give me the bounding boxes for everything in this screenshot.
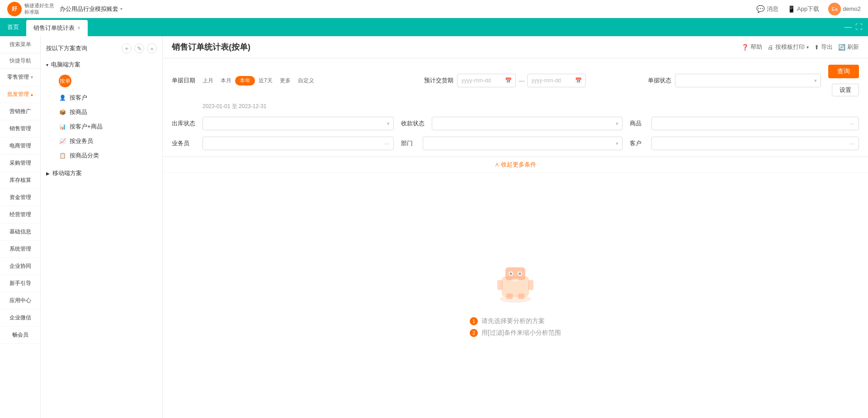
chevron-down-icon: ▾: [387, 121, 390, 127]
salesperson-input[interactable]: ···: [203, 137, 394, 150]
this-year-btn[interactable]: 本年: [235, 76, 255, 86]
empty-illustration: [488, 254, 542, 308]
sidebar-item-sales[interactable]: 销售管理: [0, 120, 40, 138]
chevron-down-icon: ▾: [814, 78, 817, 84]
top-bar: 好 畅捷通好生意 标准版 办公用品行业模拟账套 ▾ 💬 消息 📱 App下载 E…: [0, 0, 868, 18]
left-panel-actions: + ✎ «: [122, 43, 157, 53]
tab-home[interactable]: 首页: [0, 18, 26, 36]
sidebar-item-enterprise[interactable]: 企业协同: [0, 258, 40, 275]
chevron-up-icon: ▴: [31, 92, 33, 97]
collapse-bar[interactable]: ∧ 收起更多条件: [163, 157, 868, 172]
custom-date-btn[interactable]: 自定义: [294, 76, 318, 86]
right-panel: 销售订单统计表(按单) ❓ 帮助 🖨 按模板打印 ▾ ⬆ 导出: [163, 36, 868, 418]
logo-icon: 好: [7, 2, 22, 16]
svg-rect-9: [528, 280, 533, 290]
chevron-down-icon: ▾: [120, 6, 123, 11]
scheme-item-by-goods-category[interactable]: 📋 按商品分类: [46, 148, 157, 163]
sidebar-search[interactable]: 搜索菜单: [0, 36, 40, 53]
edit-scheme-button[interactable]: ✎: [134, 43, 144, 53]
print-chevron-icon: ▾: [807, 45, 809, 50]
sidebar-shortcut[interactable]: 快捷导航: [0, 53, 40, 69]
mobile-section-toggle[interactable]: ▶ 移动端方案: [46, 166, 157, 180]
content-area: 按以下方案查询 + ✎ « ▾ 电脑端方案 按单 👤: [41, 36, 868, 418]
tab-sales-order-stats[interactable]: 销售订单统计表 ×: [26, 20, 88, 36]
chevron-right-icon: ▶: [46, 171, 50, 176]
page-header: 销售订单统计表(按单) ❓ 帮助 🖨 按模板打印 ▾ ⬆ 导出: [163, 36, 868, 58]
more-date-btn[interactable]: 更多: [276, 76, 294, 86]
filter-row-2: 出库状态 ▾ 收款状态 ▾ 商品: [172, 117, 859, 130]
scheme-item-by-goods[interactable]: 📦 按商品: [46, 105, 157, 119]
collapse-panel-button[interactable]: «: [147, 43, 157, 53]
refresh-button[interactable]: 🔄 刷新: [838, 43, 859, 51]
logo: 好 畅捷通好生意 标准版: [7, 2, 54, 16]
page-title: 销售订单统计表(按单): [172, 42, 250, 52]
sidebar-item-basic-info[interactable]: 基础信息: [0, 223, 40, 241]
customer-input[interactable]: ···: [651, 137, 859, 150]
sidebar-item-purchase[interactable]: 采购管理: [0, 155, 40, 172]
filter-area: 单据日期 上月 本月 本年 近7天 更多 自定义 预计交货期 yyyy-mm-d…: [163, 58, 868, 157]
scheme-item-by-salesperson[interactable]: 📈 按业务员: [46, 134, 157, 148]
maximize-icon[interactable]: ⛶: [855, 23, 863, 31]
app-download-icon: 📱: [788, 5, 795, 13]
goods-input[interactable]: ···: [651, 117, 859, 130]
svg-rect-11: [518, 294, 524, 299]
sidebar-item-app-center[interactable]: 应用中心: [0, 292, 40, 309]
expected-delivery-start-input[interactable]: yyyy-mm-dd 📅: [457, 74, 516, 87]
sidebar-item-system[interactable]: 系统管理: [0, 241, 40, 258]
user-profile[interactable]: Ea demo2: [828, 3, 861, 15]
chevron-icon: ▾: [31, 75, 33, 80]
sidebar-item-retail[interactable]: 零售管理 ▾: [0, 69, 40, 86]
sidebar-item-newbie[interactable]: 新手引导: [0, 275, 40, 292]
doc-status-select[interactable]: ▾: [675, 74, 821, 87]
scheme-item-by-customer[interactable]: 👤 按客户: [46, 90, 157, 105]
message-nav-item[interactable]: 💬 消息: [756, 5, 778, 13]
template-print-button[interactable]: 🖨 按模板打印 ▾: [768, 43, 809, 51]
sidebar-item-ecommerce[interactable]: 电商管理: [0, 138, 40, 155]
sidebar-item-wholesale[interactable]: 批发管理 ▴: [0, 86, 40, 103]
tab-close-icon[interactable]: ×: [77, 25, 80, 31]
minimize-icon[interactable]: —: [844, 23, 852, 31]
sidebar: 搜索菜单 快捷导航 零售管理 ▾ 批发管理 ▴ 营销推广 销售管理 电商管理 采…: [0, 36, 41, 418]
left-panel-title: 按以下方案查询: [46, 44, 87, 52]
collapse-label: ∧ 收起更多条件: [495, 161, 537, 168]
department-label: 部门: [401, 139, 419, 147]
sidebar-item-operations[interactable]: 经营管理: [0, 206, 40, 223]
company-selector[interactable]: 办公用品行业模拟账套 ▾: [60, 5, 123, 13]
svg-rect-2: [505, 267, 525, 280]
scheme-item-by-order[interactable]: 按单: [46, 71, 157, 90]
settings-button[interactable]: 设置: [832, 84, 859, 96]
pc-section-toggle[interactable]: ▾ 电脑端方案: [46, 58, 157, 71]
query-button[interactable]: 查询: [828, 65, 859, 78]
chevron-down-icon: ▾: [616, 121, 618, 127]
filter-customer: 客户 ···: [630, 137, 859, 150]
date-label: 单据日期: [172, 76, 195, 85]
add-scheme-button[interactable]: +: [122, 43, 132, 53]
last-month-btn[interactable]: 上月: [199, 76, 217, 86]
payment-status-select[interactable]: ▾: [432, 117, 623, 130]
salesperson-icon: 📈: [59, 138, 66, 145]
sidebar-item-finance[interactable]: 资金管理: [0, 189, 40, 206]
tab-bar-actions: — ⛶: [844, 23, 868, 31]
expected-delivery-end-input[interactable]: yyyy-mm-dd 📅: [527, 74, 586, 87]
last7-btn[interactable]: 近7天: [255, 76, 276, 86]
sidebar-item-member[interactable]: 畅会员: [0, 327, 40, 344]
svg-rect-10: [506, 294, 513, 299]
sidebar-item-wechat[interactable]: 企业微信: [0, 309, 40, 327]
out-status-select[interactable]: ▾: [203, 117, 394, 130]
department-select[interactable]: ▾: [423, 137, 623, 150]
tab-bar: 首页 销售订单统计表 × — ⛶: [0, 18, 868, 36]
expected-delivery-label: 预计交货期: [424, 76, 453, 85]
customer-dots-icon: ···: [849, 140, 855, 147]
department-chevron-icon: ▾: [616, 141, 618, 147]
sidebar-item-marketing[interactable]: 营销推广: [0, 103, 40, 120]
sidebar-item-inventory[interactable]: 库存核算: [0, 172, 40, 189]
scheme-item-by-customer-goods[interactable]: 📊 按客户+商品: [46, 119, 157, 134]
export-button[interactable]: ⬆ 导出: [814, 43, 833, 51]
help-button[interactable]: ❓ 帮助: [741, 43, 762, 51]
app-download-nav-item[interactable]: 📱 App下载: [788, 5, 819, 13]
filter-row-1: 单据日期 上月 本月 本年 近7天 更多 自定义 预计交货期 yyyy-mm-d…: [172, 65, 859, 96]
payment-status-label: 收款状态: [401, 119, 428, 128]
svg-point-5: [510, 273, 512, 275]
this-month-btn[interactable]: 本月: [217, 76, 235, 86]
left-panel: 按以下方案查询 + ✎ « ▾ 电脑端方案 按单 👤: [41, 36, 163, 418]
